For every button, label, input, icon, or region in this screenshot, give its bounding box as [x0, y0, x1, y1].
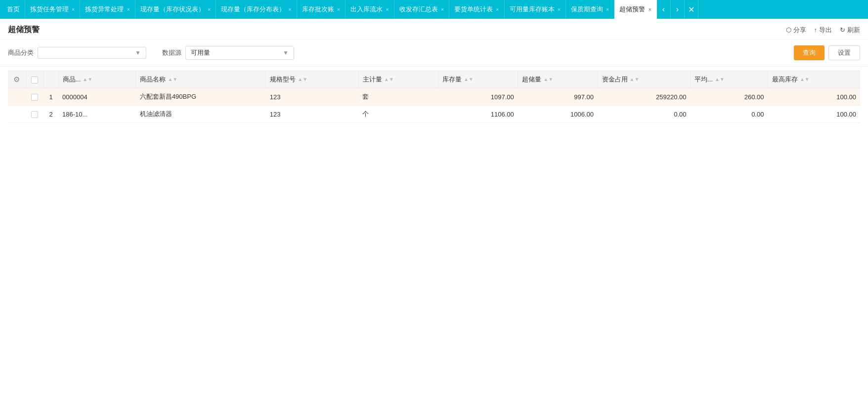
nav-task-close[interactable]: ×: [72, 6, 75, 12]
overstock-table: ⚙ 商品... ▲▼ 商品名称 ▲▼: [8, 71, 860, 123]
row-2-checkbox[interactable]: [31, 111, 38, 118]
nav-order-stat-label: 要货单统计表: [454, 5, 493, 14]
td-capital-2: 0.00: [598, 106, 691, 123]
td-spec-1: 123: [266, 88, 359, 106]
td-spec-2: 123: [266, 106, 359, 123]
datasource-chevron-icon: ▼: [283, 49, 289, 56]
td-stock-2: 1106.00: [438, 106, 518, 123]
page-header: 超储预警 ⬡ 分享 ↑ 导出 ↻ 刷新: [0, 19, 868, 40]
td-rownum-2: 2: [43, 106, 58, 123]
nav-avail-ledger-label: 可用量库存账本: [510, 5, 555, 14]
select-all-checkbox[interactable]: [31, 77, 38, 83]
td-check-1: [26, 88, 43, 106]
th-product-code[interactable]: 商品... ▲▼: [58, 71, 136, 88]
th-stock-label: 库存量: [442, 75, 462, 84]
td-check-2: [26, 106, 43, 123]
nav-stock-status-label: 现存量（库存状况表）: [140, 5, 205, 14]
nav-stock-dist[interactable]: 现存量（库存分布表） ×: [216, 0, 297, 19]
th-unit[interactable]: 主计量 ▲▼: [358, 71, 438, 88]
td-avg-1: 260.00: [691, 88, 768, 106]
nav-stock-status-close[interactable]: ×: [208, 6, 211, 12]
th-overstock-label: 超储量: [522, 75, 541, 84]
table-row: 1 0000004 六配套新昌490BPG 123 套 1097.00 997.…: [8, 88, 860, 106]
nav-batch-close[interactable]: ×: [337, 6, 340, 12]
nav-task-label: 拣货任务管理: [30, 5, 69, 14]
th-avg-label: 平均...: [694, 75, 713, 84]
filter-group-category: 商品分类 ▼: [8, 47, 146, 59]
share-button[interactable]: ⬡ 分享: [786, 26, 806, 35]
page-title: 超储预警: [8, 25, 40, 35]
td-product-name-1: 六配套新昌490BPG: [136, 88, 266, 106]
refresh-button[interactable]: ↻ 刷新: [840, 26, 860, 35]
refresh-label: 刷新: [847, 26, 860, 35]
nav-abnormal[interactable]: 拣货异常处理 ×: [80, 0, 135, 19]
nav-close-all-btn[interactable]: ✕: [685, 0, 698, 19]
th-gear: ⚙: [8, 71, 26, 88]
nav-stock-dist-close[interactable]: ×: [288, 6, 291, 12]
nav-expiry-label: 保质期查询: [571, 5, 603, 14]
nav-task[interactable]: 拣货任务管理 ×: [25, 0, 80, 19]
nav-inout[interactable]: 出入库流水 ×: [346, 0, 394, 19]
nav-inout-close[interactable]: ×: [386, 6, 389, 12]
sort-max-stock-icon: ▲▼: [800, 77, 810, 82]
nav-home-label: 首页: [7, 5, 20, 14]
row-1-checkbox[interactable]: [31, 94, 38, 101]
nav-order-stat[interactable]: 要货单统计表 ×: [449, 0, 504, 19]
datasource-select-value: 可用量: [191, 48, 210, 57]
query-button[interactable]: 查询: [794, 45, 825, 60]
nav-avail-ledger-close[interactable]: ×: [558, 6, 561, 12]
th-max-stock-label: 最高库存: [772, 75, 798, 84]
th-stock[interactable]: 库存量 ▲▼: [438, 71, 518, 88]
sort-spec-icon: ▲▼: [298, 77, 307, 82]
td-product-code-2: 186-10...: [58, 106, 136, 123]
nav-order-stat-close[interactable]: ×: [496, 6, 499, 12]
td-avg-2: 0.00: [691, 106, 768, 123]
filter-actions: 查询 设置: [794, 45, 860, 60]
th-max-stock[interactable]: 最高库存 ▲▼: [768, 71, 860, 88]
share-icon: ⬡: [786, 26, 791, 34]
nav-stock-dist-label: 现存量（库存分布表）: [221, 5, 285, 14]
th-capital-label: 资金占用: [602, 75, 628, 84]
topbar: 首页 拣货任务管理 × 拣货异常处理 × 现存量（库存状况表） × 现存量（库存…: [0, 0, 868, 19]
th-row-num: [43, 71, 58, 88]
nav-overstock-close[interactable]: ×: [648, 6, 651, 12]
nav-avail-ledger[interactable]: 可用量库存账本 ×: [505, 0, 566, 19]
td-product-code-1: 0000004: [58, 88, 136, 106]
nav-expiry[interactable]: 保质期查询 ×: [566, 0, 614, 19]
gear-icon[interactable]: ⚙: [13, 75, 20, 83]
nav-prev-btn[interactable]: ‹: [657, 0, 671, 19]
sort-product-code-icon: ▲▼: [83, 77, 92, 82]
th-avg[interactable]: 平均... ▲▼: [691, 71, 768, 88]
nav-batch[interactable]: 库存批次账 ×: [297, 0, 346, 19]
category-select[interactable]: ▼: [38, 47, 146, 59]
nav-collect-close[interactable]: ×: [441, 6, 444, 12]
table-header: ⚙ 商品... ▲▼ 商品名称 ▲▼: [8, 71, 860, 88]
nav-collect[interactable]: 收发存汇总表 ×: [394, 0, 449, 19]
export-button[interactable]: ↑ 导出: [814, 26, 832, 35]
table-body: 1 0000004 六配套新昌490BPG 123 套 1097.00 997.…: [8, 88, 860, 123]
nav-abnormal-close[interactable]: ×: [127, 6, 130, 12]
nav-stock-status[interactable]: 现存量（库存状况表） ×: [135, 0, 216, 19]
datasource-select[interactable]: 可用量 ▼: [185, 46, 294, 60]
nav-expiry-close[interactable]: ×: [606, 6, 609, 12]
nav-home[interactable]: 首页: [2, 0, 25, 19]
th-product-name-label: 商品名称: [140, 75, 166, 84]
td-max-stock-1: 100.00: [768, 88, 860, 106]
nav-next-btn[interactable]: ›: [671, 0, 685, 19]
th-capital[interactable]: 资金占用 ▲▼: [598, 71, 691, 88]
sort-avg-icon: ▲▼: [715, 77, 725, 82]
sort-unit-icon: ▲▼: [384, 77, 394, 82]
datasource-label: 数据源: [162, 48, 181, 57]
th-product-name[interactable]: 商品名称 ▲▼: [136, 71, 266, 88]
filter-group-datasource: 数据源 可用量 ▼: [162, 46, 294, 60]
td-gear-1: [8, 88, 26, 106]
export-label: 导出: [819, 26, 832, 35]
category-label: 商品分类: [8, 48, 34, 57]
sort-overstock-icon: ▲▼: [543, 77, 553, 82]
nav-overstock[interactable]: 超储预警 ×: [614, 0, 656, 19]
th-spec[interactable]: 规格型号 ▲▼: [266, 71, 359, 88]
th-unit-label: 主计量: [363, 75, 382, 84]
nav-batch-label: 库存批次账: [302, 5, 334, 14]
th-overstock[interactable]: 超储量 ▲▼: [518, 71, 598, 88]
set-button[interactable]: 设置: [828, 45, 860, 60]
